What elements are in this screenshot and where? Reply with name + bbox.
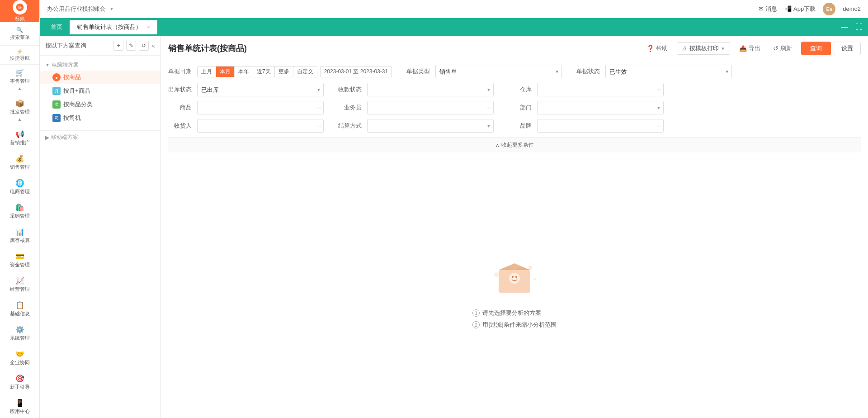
app-download-button[interactable]: 📲 App下载 [784, 5, 816, 13]
retail-icon: 🛒 [15, 69, 24, 76]
tree-item-by-category[interactable]: 类 按商品分类 [40, 98, 160, 111]
doc-status-select-wrapper: 已生效 ▼ [605, 65, 732, 78]
tab-close-button[interactable]: × [147, 24, 150, 30]
query-button[interactable]: 查询 [801, 42, 831, 55]
svg-point-8 [528, 266, 532, 270]
left-panel-title: 按以下方案查询 [45, 42, 111, 50]
product-more-button[interactable]: ··· [316, 104, 321, 111]
date-tab-this-year[interactable]: 本年 [235, 66, 253, 77]
refresh-icon: ↺ [773, 45, 778, 52]
svg-point-4 [512, 276, 514, 278]
sidebar-inventory-label: 库存核算 [10, 237, 30, 244]
brand-more-button[interactable]: ··· [656, 123, 661, 129]
print-label: 按模板打印 [689, 44, 719, 52]
refresh-scheme-button[interactable]: ↺ [139, 41, 149, 51]
date-tab-this-month[interactable]: 本月 [216, 66, 235, 77]
brand-input[interactable] [537, 119, 664, 133]
user-avatar[interactable]: Ea [823, 3, 835, 15]
edit-scheme-button[interactable]: ✎ [126, 41, 136, 51]
sidebar-item-operations[interactable]: 📈 经营管理 [0, 273, 39, 297]
sidebar-item-appcenter[interactable]: 📱 应用中心 [0, 395, 39, 418]
collapse-filters-button[interactable]: ∧ 收起更多条件 [168, 137, 861, 152]
date-tab-more[interactable]: 更多 [275, 66, 293, 77]
out-status-label: 出库状态 [168, 86, 192, 94]
add-scheme-button[interactable]: + [113, 41, 123, 51]
payment-status-select[interactable] [367, 83, 494, 96]
sidebar-search[interactable]: 🔍 搜索菜单 [0, 22, 39, 46]
sidebar-item-marketing[interactable]: 📢 营销推广 [0, 126, 39, 151]
system-icon: ⚙️ [15, 326, 24, 333]
out-status-select[interactable]: 已出库 [197, 83, 324, 96]
doc-type-select[interactable]: 销售单 [435, 65, 562, 78]
receiver-input[interactable] [197, 119, 324, 133]
help-button[interactable]: ❓ 帮助 [643, 43, 671, 54]
sidebar-item-enterprise[interactable]: 🤝 企业协同 [0, 346, 39, 370]
tree-item-by-cashier[interactable]: 司 按司机 [40, 111, 160, 125]
tab-home[interactable]: 首页 [43, 20, 70, 34]
industry-dropdown-icon[interactable]: ▼ [109, 6, 114, 11]
tree-section-mobile: ▶ 移动端方案 [40, 130, 160, 144]
collapse-panel-button[interactable]: « [151, 42, 155, 49]
help-label: 帮助 [656, 44, 668, 52]
warehouse-label: 仓库 [508, 86, 532, 94]
tab-minimize-button[interactable]: — [839, 21, 850, 33]
filter-area: 单据日期 上月 本月 本年 近7天 更多 自定义 2023-03-01 至 20… [161, 59, 868, 158]
tab-expand-button[interactable]: ⛶ [854, 21, 864, 33]
username-label[interactable]: demo2 [843, 5, 861, 12]
topbar: 办公用品行业模拟账套 ▼ ✉ 消息 📲 App下载 Ea demo2 [40, 0, 868, 18]
app-logo[interactable]: 好 标账 [0, 0, 40, 22]
sidebar-item-basic[interactable]: 📋 基础信息 [0, 297, 39, 322]
receiver-label: 收货人 [168, 122, 192, 130]
print-export-group: 🖨 按模板打印 ▼ [677, 42, 730, 55]
sidebar-item-retail[interactable]: 🛒 零售管理 ▲ [0, 65, 39, 95]
step2-icon: 2 [472, 321, 480, 328]
settlement-select[interactable] [367, 119, 494, 133]
tree-item-by-product[interactable]: ● 按商品 [40, 71, 160, 84]
sidebar-sales-label: 销售管理 [10, 164, 30, 171]
tree-group-pc[interactable]: ▼ 电脑端方案 [40, 59, 160, 71]
date-tab-custom[interactable]: 自定义 [293, 66, 317, 77]
refresh-button[interactable]: ↺ 刷新 [769, 43, 796, 54]
salesperson-input[interactable] [367, 101, 494, 114]
scheme-sq-icon-3: 司 [52, 114, 61, 122]
sidebar-item-quick-nav[interactable]: ⚡ 快捷导航 [0, 46, 39, 65]
product-input[interactable] [197, 101, 324, 114]
sidebar-item-inventory[interactable]: 📊 库存核算 [0, 224, 39, 248]
doc-status-select[interactable]: 已生效 [605, 65, 732, 78]
step1-icon: 1 [472, 309, 480, 317]
settings-button[interactable]: 设置 [834, 42, 861, 55]
empty-step1-text: 请先选择要分析的方案 [482, 309, 541, 317]
tree-item-by-month-product[interactable]: 月 按月+商品 [40, 84, 160, 98]
date-tab-7days[interactable]: 近7天 [253, 66, 275, 77]
sidebar-item-guide[interactable]: 🎯 新手引导 [0, 370, 39, 395]
salesperson-more-button[interactable]: ··· [486, 104, 491, 111]
collapse-filters-label: 收起更多条件 [501, 141, 534, 149]
print-dropdown-icon[interactable]: ▼ [721, 46, 725, 51]
tree-item-label-by-product: 按商品 [63, 73, 81, 81]
date-tab-last-month[interactable]: 上月 [198, 66, 216, 77]
warehouse-more-button[interactable]: ··· [656, 86, 661, 93]
tree-group-mobile[interactable]: ▶ 移动端方案 [40, 131, 160, 144]
sales-icon: 💰 [15, 155, 24, 162]
tab-active[interactable]: 销售单统计表（按商品） × [70, 20, 157, 34]
print-icon: 🖨 [682, 45, 688, 52]
export-button[interactable]: 📤 导出 [736, 43, 764, 54]
sidebar-item-wholesale[interactable]: 📦 批发管理 ▲ [0, 95, 39, 126]
warehouse-input[interactable] [537, 83, 664, 96]
sidebar-item-system[interactable]: ⚙️ 系统管理 [0, 322, 39, 346]
svg-point-5 [515, 276, 517, 278]
sidebar-item-ecommerce[interactable]: 🌐 电商管理 [0, 175, 39, 200]
sidebar-item-sales[interactable]: 💰 销售管理 [0, 151, 39, 175]
sidebar-item-finance[interactable]: 💳 资金管理 [0, 248, 39, 273]
print-button[interactable]: 🖨 按模板打印 ▼ [677, 43, 730, 54]
sidebar-item-purchase[interactable]: 🛍️ 采购管理 [0, 200, 39, 224]
receiver-more-button[interactable]: ··· [316, 123, 321, 129]
export-label: 导出 [749, 44, 760, 52]
appcenter-icon: 📱 [15, 399, 24, 407]
topbar-right: ✉ 消息 📲 App下载 Ea demo2 [759, 3, 861, 15]
svg-point-6 [500, 280, 502, 283]
date-range-display[interactable]: 2023-03-01 至 2023-03-31 [320, 66, 392, 77]
department-select[interactable] [537, 101, 664, 114]
message-button[interactable]: ✉ 消息 [759, 5, 777, 13]
tab-home-label: 首页 [51, 23, 62, 31]
